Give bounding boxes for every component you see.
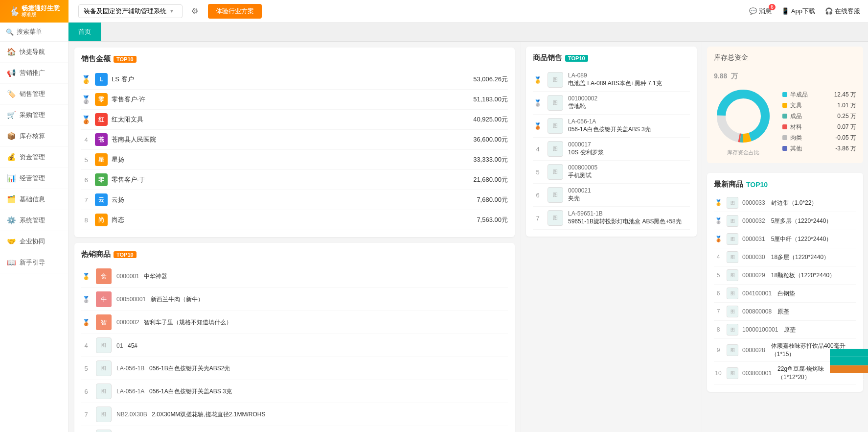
product-code: 000500001 [116, 296, 146, 303]
product-code: 0000029 [742, 272, 765, 279]
main-grid: 销售金额 TOP10 🥇 L LS 客户 53,006.26元 🥈 零 [69, 42, 868, 432]
product-thumbnail: 图 [548, 72, 563, 88]
customer-hotline-button[interactable]: 客服热线 [830, 349, 868, 357]
legend-color-dot [782, 124, 787, 129]
live-button[interactable]: 直播 [830, 365, 868, 373]
main-layout: 🔍 搜索菜单 🏠 快捷导航 📢 营销推广 🏷️ 销售管理 🛒 采购管理 📦 库存… [0, 23, 868, 432]
folder-icon: 🗂️ [7, 195, 16, 204]
book-icon: 📖 [7, 258, 16, 267]
product-info: LA-056-1B 056-1B白色按键开关壳ABS2壳 [116, 364, 508, 373]
rank-medal-icon: 🥈 [533, 99, 543, 107]
rank-medal-icon: 🥈 [714, 217, 723, 224]
legend-item-wenju: 文具 1.01 万 [782, 101, 856, 110]
sidebar-item-purchase[interactable]: 🛒 采购管理 [0, 105, 68, 126]
logo-icon: 🐇 [9, 6, 20, 17]
chart-icon: 📊 [7, 174, 16, 183]
sidebar-label: 系统管理 [20, 216, 45, 225]
rank-item: 4 苍 苍南县人民医院 36,600.00元 [81, 130, 508, 150]
headset-icon: 🎧 [825, 7, 833, 15]
product-item: 5 图 LA-056-1B 056-1B白色按键开关壳ABS2壳 [81, 357, 508, 380]
sidebar-item-marketing[interactable]: 📢 营销推广 [0, 63, 68, 84]
rank-number: 4 [81, 342, 91, 349]
rank-number: 4 [81, 136, 91, 144]
tab-home[interactable]: 首页 [69, 23, 101, 41]
mobile-icon: 📱 [781, 7, 789, 15]
product-info: LA-056-1A 056-1A白色按键开关盖ABS 3克 [116, 387, 508, 396]
customer-name: 零售客户·许 [112, 95, 469, 104]
product-name: 白钢垫 [777, 289, 795, 298]
newest-item: 8 图 10000100001 原垄 [714, 321, 856, 339]
product-thumbnail: 图 [727, 251, 738, 263]
product-info: 0000021 夹壳 [568, 187, 690, 203]
rank-item: 8 尚 尚态 7,563.00元 [81, 210, 508, 230]
sidebar-item-cooperation[interactable]: 🤝 企业协同 [0, 231, 68, 252]
product-name: 新西兰牛肉（新牛） [151, 296, 204, 303]
product-info: 01 45# [116, 342, 508, 349]
product-code: 0000032 [742, 217, 765, 224]
rank-medal-icon: 🥇 [714, 199, 723, 206]
sidebar-label: 销售管理 [20, 90, 45, 98]
newest-item: 🥈 图 0000032 5厘多层（1220*2440） [714, 212, 856, 230]
product-code: LA-089 [568, 72, 690, 79]
system-selector[interactable]: 装备及固定资产辅助管理系统 ▼ [78, 4, 183, 18]
sidebar-item-sales[interactable]: 🏷️ 销售管理 [0, 84, 68, 105]
rank-number: 7 [533, 215, 543, 222]
customer-value: 7,563.00元 [477, 216, 508, 224]
product-code: 0000028 [742, 347, 765, 354]
product-item: 🥉 智 0000002 智利车子里（规格不知道填什么） [81, 311, 508, 334]
product-item: 7 图 LA-59651-1B 59651-1B旋转投影灯电池盒 ABS黑色+5… [533, 207, 690, 230]
sidebar-item-basic-info[interactable]: 🗂️ 基础信息 [0, 189, 68, 210]
sidebar-label: 企业协同 [20, 237, 45, 246]
product-code: 000800005 [568, 164, 690, 171]
rank-number: 10 [714, 370, 723, 377]
donut-chart-container: 库存资金占比 半成品 12.45 万 文具 1.01 万 [714, 87, 856, 156]
left-panel: 销售金额 TOP10 🥇 L LS 客户 53,006.26元 🥈 零 [69, 42, 521, 432]
product-sales-card: 商品销售 TOP10 🥇 图 LA-089 电池盖 LA-089 ABS本色+黑… [526, 47, 697, 237]
product-thumbnail: 图 [727, 324, 738, 336]
gear-icon: ⚙️ [7, 216, 16, 225]
messages-button[interactable]: 💬 消息 6 [749, 7, 772, 16]
sidebar: 🔍 搜索菜单 🏠 快捷导航 📢 营销推广 🏷️ 销售管理 🛒 采购管理 📦 库存… [0, 23, 69, 432]
product-thumbnail: 图 [548, 164, 563, 180]
sidebar-item-operations[interactable]: 📊 经营管理 [0, 168, 68, 189]
customer-value: 53,006.26元 [473, 75, 508, 84]
system-name: 装备及固定资产辅助管理系统 [84, 7, 166, 16]
hot-products-card: 热销商品 TOP10 🥇 食 0000001 中华神器 [74, 243, 515, 432]
rank-item: 7 云 云扬 7,680.00元 [81, 190, 508, 210]
product-code: 01 [116, 342, 123, 349]
sidebar-item-quick-nav[interactable]: 🏠 快捷导航 [0, 42, 68, 63]
product-item: 🥉 图 LA-056-1A 056-1A白色按键开关盖ABS 3壳 [533, 115, 690, 138]
settings-icon[interactable]: ⚙ [187, 4, 202, 19]
top10-badge: TOP10 [565, 55, 588, 62]
product-info: 0000001 中华神器 [116, 272, 508, 281]
product-info: 0000002 智利车子里（规格不知道填什么） [116, 318, 508, 327]
sidebar-item-guide[interactable]: 📖 新手引导 [0, 252, 68, 273]
customer-value: 21,680.00元 [473, 175, 508, 184]
money-icon: 💰 [7, 153, 16, 162]
product-item: 4 图 0000017 10S 变利罗浆 [533, 138, 690, 161]
sidebar-item-finance[interactable]: 💰 资金管理 [0, 147, 68, 168]
customer-top10-card: 销售金额 TOP10 🥇 L LS 客户 53,006.26元 🥈 零 [74, 48, 515, 237]
customer-name: LS 客户 [112, 75, 469, 84]
logo-name: 畅捷通好生意 [22, 4, 60, 12]
sidebar-search[interactable]: 🔍 搜索菜单 [0, 23, 68, 42]
rank-number: 6 [533, 192, 543, 199]
rank-number: 6 [81, 388, 91, 395]
service-community-button[interactable]: 服务社区 [830, 357, 868, 365]
product-item: 🥇 图 LA-089 电池盖 LA-089 ABS本色+黑种 7.1克 [533, 69, 690, 92]
trial-button[interactable]: 体验行业方案 [208, 4, 262, 19]
rank-medal-icon: 🥇 [81, 273, 91, 280]
product-code: 001000002 [568, 95, 690, 102]
product-name: 5厘中纤（1220*2440） [771, 235, 832, 243]
product-thumbnail: 图 [548, 118, 563, 134]
customer-name: 苍南县人民医院 [112, 135, 469, 144]
customer-name: 零售客户·于 [112, 175, 469, 184]
message-icon: 💬 [749, 7, 757, 15]
product-thumbnail: 图 [96, 337, 112, 353]
online-service-button[interactable]: 🎧 在线客服 [825, 7, 860, 16]
legend-item-other: 其他 -3.86 万 [782, 144, 856, 153]
product-thumbnail: 图 [96, 384, 112, 399]
app-download-button[interactable]: 📱 App下载 [781, 7, 815, 16]
sidebar-item-inventory[interactable]: 📦 库存核算 [0, 126, 68, 147]
sidebar-item-system[interactable]: ⚙️ 系统管理 [0, 210, 68, 231]
